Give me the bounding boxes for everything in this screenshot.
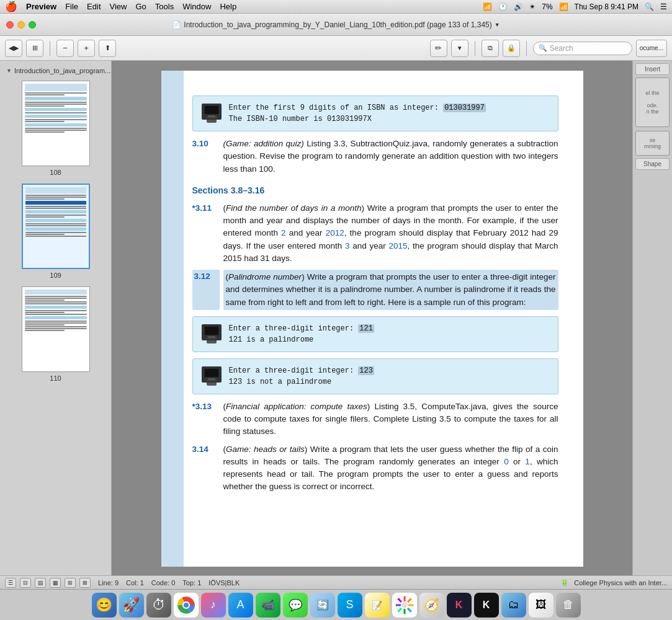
wifi-icon: 📶: [483, 2, 492, 11]
share-button[interactable]: ⬆: [99, 40, 116, 57]
page-109-number: 109: [50, 272, 61, 279]
dock-facetime[interactable]: 📹: [256, 593, 280, 618]
maximize-button[interactable]: [29, 21, 36, 29]
dock-klokki2[interactable]: K: [474, 593, 499, 618]
dock-skype[interactable]: S: [338, 593, 362, 618]
page-108-number: 108: [50, 169, 61, 176]
menu-view[interactable]: View: [110, 2, 127, 11]
page-109-thumbnail[interactable]: [22, 184, 90, 269]
shape-button[interactable]: Shape: [635, 158, 670, 170]
sidebar-label[interactable]: ▼ Introduction_to_java_program...: [0, 66, 111, 76]
link-0: 0: [504, 457, 509, 466]
sidebar: ▼ Introduction_to_java_program...: [0, 61, 112, 575]
dock-appstore[interactable]: A: [228, 593, 253, 618]
problem-311-text: (Find the number of days in a month) Wri…: [223, 202, 558, 265]
computer-icon-123: [202, 366, 222, 383]
statusbar-btn-3[interactable]: ▤: [35, 578, 46, 588]
sidebar-title: Introduction_to_java_program...: [14, 67, 110, 74]
dock-itunes[interactable]: ♪: [201, 593, 226, 618]
notification-icon[interactable]: ☰: [660, 2, 667, 11]
window-title: 📄 Introduction_to_java_programming_by_Y_…: [172, 20, 500, 29]
link-2012: 2012: [326, 228, 344, 237]
dock-launchpad[interactable]: 🚀: [119, 593, 144, 618]
isbn-input-highlight: 013031997: [443, 104, 486, 112]
minimize-button[interactable]: [17, 21, 25, 29]
dock-migrate[interactable]: 🔄: [310, 593, 335, 618]
dock-messages[interactable]: 💬: [283, 593, 308, 618]
menu-preview[interactable]: Preview: [26, 2, 56, 11]
dock-safari[interactable]: 🧭: [419, 593, 444, 618]
terminal-line-2-123: 123 is not a palindrome: [229, 376, 549, 388]
dock-klokki[interactable]: K: [447, 593, 472, 618]
zoom-out-button[interactable]: −: [56, 40, 74, 57]
problem-311-num: *3.11: [192, 202, 220, 265]
problem-312-num: 3.12: [192, 270, 220, 310]
menubar: 🍎 Preview File Edit View Go Tools Window…: [0, 0, 672, 14]
toolbar-separator-3: [526, 41, 527, 56]
svg-rect-5: [205, 327, 218, 335]
spotlight-icon[interactable]: 🔍: [645, 2, 654, 11]
pdf-area[interactable]: Enter the first 9 digits of an ISBN as i…: [112, 61, 632, 575]
dock-finder2[interactable]: 🗂: [501, 593, 526, 618]
menu-file[interactable]: File: [65, 2, 78, 11]
thumbnail-view-button[interactable]: ⊞: [26, 40, 43, 57]
page-108-thumbnail[interactable]: [22, 81, 90, 166]
dock-photos[interactable]: [392, 593, 417, 618]
nav-button[interactable]: ◀▶: [5, 40, 22, 57]
input-121-highlight: 121: [358, 324, 374, 333]
problem-310-text: (Game: addition quiz) Listing 3.3, Subtr…: [223, 138, 558, 175]
status-top: Top: 1: [182, 579, 201, 587]
chevron-down-icon[interactable]: ▼: [495, 22, 500, 28]
menu-window[interactable]: Window: [182, 2, 211, 11]
computer-icon-121: [202, 324, 222, 340]
volume-icon: 🔊: [514, 2, 523, 11]
menu-tools[interactable]: Tools: [155, 2, 174, 11]
section-header-38-316: Sections 3.8–3.16: [192, 184, 558, 197]
status-code: Code: 0: [151, 579, 176, 587]
dock-finder[interactable]: 😊: [92, 593, 117, 618]
document-panel-button[interactable]: ocume...: [636, 40, 667, 57]
statusbar-btn-4[interactable]: ▦: [50, 578, 61, 588]
pen-tool-button[interactable]: ✏: [430, 40, 447, 57]
statusbar-btn-5[interactable]: ⊞: [65, 578, 76, 588]
lock-button[interactable]: 🔒: [503, 40, 520, 57]
menu-edit[interactable]: Edit: [87, 2, 101, 11]
menu-help[interactable]: Help: [220, 2, 236, 11]
problem-312-text: (Palindrome number) Write a program that…: [223, 270, 558, 310]
dock-trash[interactable]: 🗑: [556, 593, 581, 618]
svg-rect-1: [205, 106, 218, 114]
problem-314-num: 3.14: [192, 443, 220, 494]
statusbar-btn-1[interactable]: ☰: [5, 578, 16, 588]
svg-rect-2: [208, 115, 215, 117]
pdf-content: Enter the first 9 digits of an ISBN as i…: [186, 95, 558, 494]
menu-go[interactable]: Go: [135, 2, 146, 11]
problem-312-title: Palindrome number: [228, 272, 302, 281]
chevron-down-btn[interactable]: ▼: [451, 40, 468, 57]
zoom-in-button[interactable]: +: [78, 40, 95, 57]
close-button[interactable]: [6, 21, 14, 29]
dock-photos2[interactable]: 🖼: [529, 593, 553, 618]
insert-button[interactable]: Insert: [635, 63, 670, 75]
page-110-thumbnail-wrapper: 110: [0, 284, 111, 384]
search-placeholder: Search: [550, 44, 573, 53]
terminal-text-123: Enter a three-digit integer: 123 123 is …: [229, 365, 549, 388]
link-3: 3: [345, 241, 350, 250]
battery-indicator: 🔋: [560, 578, 569, 587]
status-col: Col: 1: [126, 579, 144, 587]
dock-chrome[interactable]: [174, 593, 199, 618]
apple-menu[interactable]: 🍎: [5, 1, 17, 12]
dock-dashboard[interactable]: ⏱: [146, 593, 171, 618]
search-box[interactable]: 🔍 Search: [533, 42, 632, 55]
terminal-line-1-123: Enter a three-digit integer: 123: [229, 365, 549, 376]
right-panel: Insert el theode,n the semming Shape: [632, 61, 672, 575]
copy-button[interactable]: ⧉: [482, 40, 499, 57]
statusbar-btn-6[interactable]: ⊠: [79, 578, 91, 588]
triangle-icon: ▼: [6, 68, 12, 74]
terminal-text-121: Enter a three-digit integer: 121 121 is …: [229, 323, 549, 345]
terminal-box-121: Enter a three-digit integer: 121 121 is …: [192, 316, 558, 352]
dock-notes[interactable]: 📝: [365, 593, 390, 618]
statusbar-btn-2[interactable]: ⊟: [20, 578, 31, 588]
link-2: 2: [281, 228, 286, 237]
search-icon: 🔍: [539, 44, 547, 52]
page-110-thumbnail[interactable]: [22, 286, 90, 372]
